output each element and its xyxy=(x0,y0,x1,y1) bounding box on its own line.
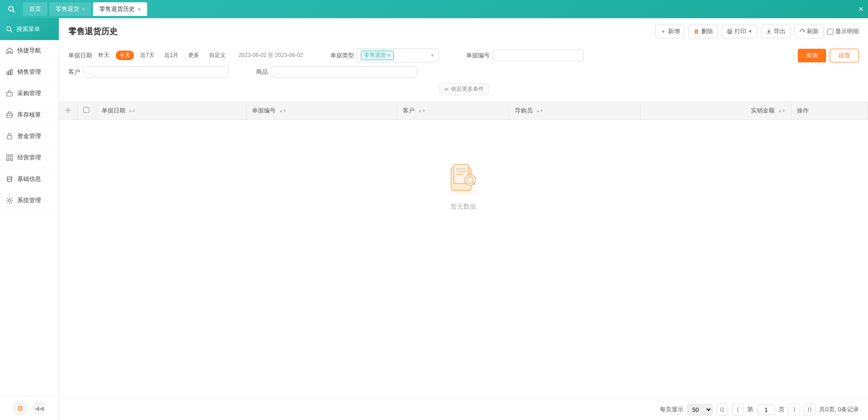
volume-bottom-btn[interactable]: ◀◀ xyxy=(32,401,46,415)
collapse-button[interactable]: 收起更多条件 xyxy=(439,83,489,95)
date-custom[interactable]: 自定义 xyxy=(205,51,229,60)
th-settings[interactable] xyxy=(59,102,77,120)
th-guide[interactable]: 导购员 ▲▼ xyxy=(509,102,640,120)
query-button[interactable]: 查询 xyxy=(798,49,826,62)
sidebar-item-inventory[interactable]: 库存核算 xyxy=(0,104,59,126)
tab-home[interactable]: + 新增 首页 xyxy=(23,2,47,16)
th-checkbox[interactable] xyxy=(77,102,96,120)
print-dropdown-icon: ▼ xyxy=(748,29,752,34)
svg-rect-10 xyxy=(7,136,12,139)
date-more[interactable]: 更多 xyxy=(185,51,203,60)
filter-area: 单据日期 昨天 今天 近7天 近1月 更多 自定义 2023-06-02 至 2… xyxy=(68,44,859,102)
sidebar: 搜索菜单 快捷导航 销售管理 xyxy=(0,18,59,420)
tab-retail-return-close[interactable]: × xyxy=(82,6,85,12)
refresh-button[interactable]: 刷新 xyxy=(794,25,824,38)
last-page-button[interactable]: ⟩⟩ xyxy=(804,404,816,415)
type-filter-select[interactable]: 零售退货 × ▼ xyxy=(357,48,439,62)
delete-button-label: 删除 xyxy=(701,27,713,36)
export-icon xyxy=(766,29,772,35)
print-icon xyxy=(727,29,733,35)
customer-filter-select[interactable]: ... xyxy=(83,66,229,77)
gear-icon xyxy=(5,196,14,205)
page-input[interactable] xyxy=(757,405,775,415)
billno-filter-input[interactable] xyxy=(493,50,584,61)
type-tag-close[interactable]: × xyxy=(387,52,390,59)
display-detail-label: 显示明细 xyxy=(835,27,859,36)
tab-retail-return-history-close[interactable]: × xyxy=(138,6,140,12)
display-detail-checkbox[interactable] xyxy=(827,29,833,35)
date-yesterday[interactable]: 昨天 xyxy=(95,51,113,60)
sidebar-item-sales[interactable]: 销售管理 xyxy=(0,61,59,83)
refresh-button-label: 刷新 xyxy=(807,27,819,36)
settings-button[interactable]: 设置 xyxy=(830,49,859,62)
data-table: 单据日期 ▲▼ 单据编号 ▲▼ 客户 ▲▼ 导购员 xyxy=(59,102,868,247)
th-actions: 操作 xyxy=(791,102,868,120)
next-page-button[interactable]: ⟩ xyxy=(788,404,800,415)
date-1month[interactable]: 近1月 xyxy=(161,51,182,60)
date-7days[interactable]: 近7天 xyxy=(137,51,158,60)
empty-text: 暂无数据 xyxy=(451,203,476,211)
goods-filter-select[interactable]: ... xyxy=(271,66,416,77)
th-amount[interactable]: 实销金额 ▲▼ xyxy=(640,102,791,120)
sidebar-item-label: 快捷导航 xyxy=(17,46,41,55)
goods-filter-label: 商品 xyxy=(256,68,268,76)
prev-page-button[interactable]: ⟨ xyxy=(732,404,744,415)
sort-customer-icon: ▲▼ xyxy=(418,109,426,113)
sort-date-icon: ▲▼ xyxy=(128,109,136,113)
print-button[interactable]: 打印 ▼ xyxy=(722,25,757,38)
customer-filter-item: 客户 ... xyxy=(68,66,229,77)
sort-guide-icon: ▲▼ xyxy=(536,109,543,113)
delete-icon xyxy=(693,29,699,35)
search-icon xyxy=(5,26,13,33)
type-tag: 零售退货 × xyxy=(361,51,394,60)
sidebar-item-label: 库存核算 xyxy=(17,111,41,119)
sort-amount-icon: ▲▼ xyxy=(778,109,786,113)
first-page-button[interactable]: ⟨⟨ xyxy=(716,404,728,415)
page-title: 零售退货历史 xyxy=(68,26,118,37)
svg-point-16 xyxy=(9,200,11,202)
svg-rect-7 xyxy=(7,92,12,96)
date-range-value: 2023-06-02 至 2023-06-02 xyxy=(238,51,303,59)
th-customer[interactable]: 客户 ▲▼ xyxy=(397,102,509,120)
settings-bottom-btn[interactable]: ⚙ xyxy=(13,401,27,415)
display-detail-toggle[interactable]: 显示明细 xyxy=(827,27,859,36)
content-area: 零售退货历史 ＋ + 新增 新增 删除 xyxy=(59,18,868,420)
db-icon xyxy=(5,175,14,183)
table-header: 单据日期 ▲▼ 单据编号 ▲▼ 客户 ▲▼ 导购员 xyxy=(59,102,868,120)
th-billno[interactable]: 单据编号 ▲▼ xyxy=(247,102,397,120)
delete-button[interactable]: 删除 xyxy=(688,25,718,38)
date-filter-label: 单据日期 xyxy=(68,51,92,60)
tab-retail-return[interactable]: 零售退货 × xyxy=(49,2,91,16)
total-label: 共0页, 0条记录 xyxy=(819,405,859,414)
box-icon xyxy=(5,111,14,119)
sidebar-item-operations[interactable]: 经营管理 xyxy=(0,147,59,169)
svg-rect-6 xyxy=(11,69,12,75)
customer-filter-label: 客户 xyxy=(68,68,80,76)
date-filter-item: 单据日期 昨天 今天 近7天 近1月 更多 自定义 xyxy=(68,51,229,60)
select-all-checkbox[interactable] xyxy=(83,107,89,113)
table-settings-icon xyxy=(65,107,71,113)
sort-billno-icon: ▲▼ xyxy=(279,109,287,113)
filter-row-1: 单据日期 昨天 今天 近7天 近1月 更多 自定义 2023-06-02 至 2… xyxy=(68,48,859,62)
sidebar-item-finance[interactable]: 资金管理 xyxy=(0,126,59,147)
sidebar-item-system[interactable]: 系统管理 xyxy=(0,190,59,211)
svg-rect-4 xyxy=(7,72,8,75)
type-filter-label: 单据类型 xyxy=(330,51,354,60)
topbar: + 新增 首页 零售退货 × 零售退货历史 × × xyxy=(0,0,868,18)
tab-retail-return-history[interactable]: 零售退货历史 × xyxy=(93,2,147,16)
window-close-button[interactable]: × xyxy=(858,5,863,14)
empty-icon xyxy=(443,156,484,197)
sidebar-search[interactable]: 搜索菜单 xyxy=(0,18,59,40)
per-page-select[interactable]: 10 20 50 100 xyxy=(687,404,713,415)
goods-dots: ... xyxy=(275,68,280,75)
export-button[interactable]: 导出 xyxy=(761,25,791,38)
sidebar-item-purchase[interactable]: 采购管理 xyxy=(0,83,59,104)
svg-point-23 xyxy=(67,109,69,111)
sidebar-item-quick-nav[interactable]: 快捷导航 xyxy=(0,40,59,61)
date-today[interactable]: 今天 xyxy=(116,51,134,60)
th-date[interactable]: 单据日期 ▲▼ xyxy=(96,102,247,120)
sidebar-item-basic[interactable]: 基础信息 xyxy=(0,169,59,190)
new-button[interactable]: ＋ + 新增 新增 xyxy=(655,25,685,38)
query-buttons: 查询 设置 xyxy=(798,49,859,62)
svg-rect-5 xyxy=(9,71,10,75)
